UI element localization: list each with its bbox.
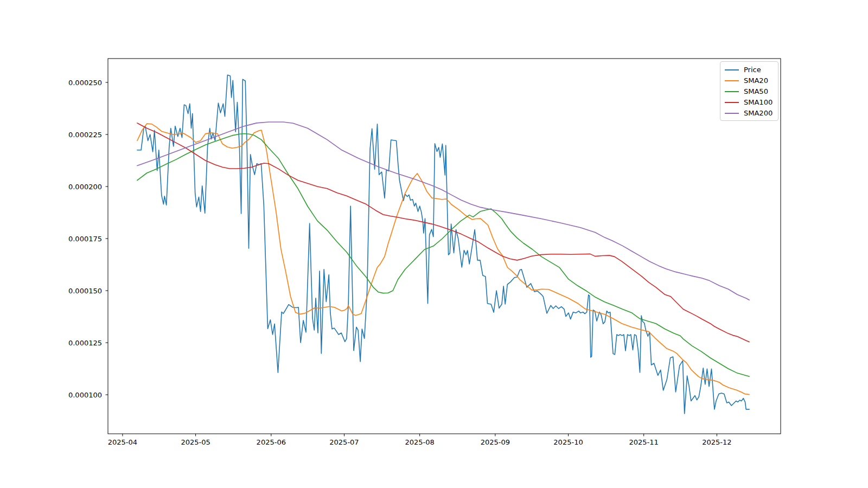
legend-label-price: Price [744, 65, 761, 75]
legend-label-sma200: SMA200 [744, 108, 773, 119]
y-tick-label-0.000250: 0.000250 [53, 79, 102, 87]
x-tick-label-2025-07: 2025-07 [329, 438, 359, 446]
plot-area [108, 59, 781, 434]
x-tick-label-2025-08: 2025-08 [405, 438, 434, 446]
legend-swatch-price [725, 69, 739, 70]
legend-label-sma100: SMA100 [744, 97, 773, 108]
legend-label-sma20: SMA20 [744, 75, 768, 86]
legend-item-price: Price [725, 65, 774, 75]
y-tick-label-0.000100: 0.000100 [53, 391, 102, 399]
legend-swatch-sma50 [725, 91, 739, 92]
x-tick-label-2025-11: 2025-11 [629, 438, 659, 446]
legend-item-sma20: SMA20 [725, 75, 774, 86]
y-tick-label-0.000175: 0.000175 [53, 235, 102, 243]
legend-item-sma200: SMA200 [725, 108, 774, 119]
x-tick-label-2025-05: 2025-05 [181, 438, 210, 446]
y-tick-label-0.000225: 0.000225 [53, 131, 102, 139]
x-tick-label-2025-10: 2025-10 [553, 438, 583, 446]
legend-item-sma100: SMA100 [725, 97, 774, 108]
chart-figure: 2025-042025-052025-062025-072025-082025-… [0, 0, 868, 488]
x-tick-label-2025-12: 2025-12 [702, 438, 731, 446]
legend-swatch-sma100 [725, 102, 739, 103]
y-tick-label-0.000125: 0.000125 [53, 339, 102, 347]
legend-swatch-sma200 [725, 113, 739, 114]
y-tick-label-0.000200: 0.000200 [53, 183, 102, 191]
x-tick-label-2025-06: 2025-06 [257, 438, 286, 446]
legend-swatch-sma20 [725, 80, 739, 81]
legend-item-sma50: SMA50 [725, 86, 774, 97]
x-tick-label-2025-04: 2025-04 [108, 438, 137, 446]
x-tick-label-2025-09: 2025-09 [481, 438, 510, 446]
legend-label-sma50: SMA50 [744, 86, 768, 97]
legend: Price SMA20 SMA50 SMA100 SMA200 [720, 61, 778, 121]
y-tick-label-0.000150: 0.000150 [53, 287, 102, 295]
